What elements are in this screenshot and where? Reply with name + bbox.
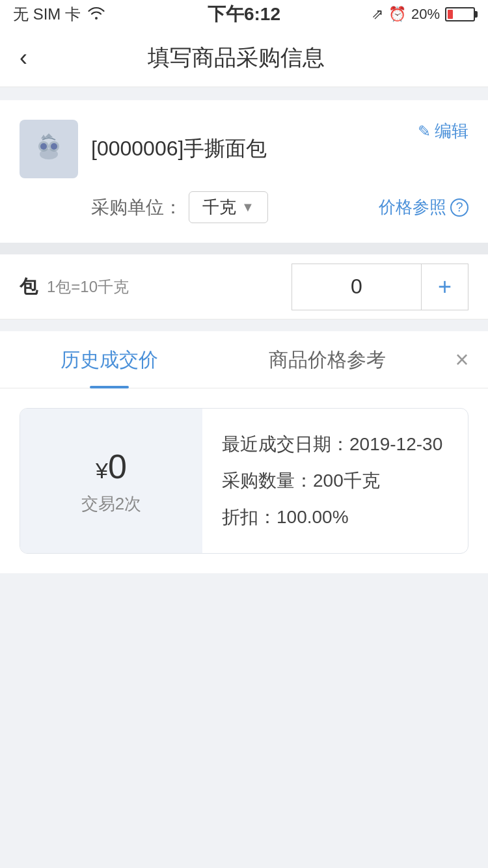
discount-label: 折扣： xyxy=(222,507,277,527)
back-button[interactable]: ‹ xyxy=(20,44,40,72)
back-icon: ‹ xyxy=(20,44,27,71)
price-reference-button[interactable]: 价格参照 ? xyxy=(379,196,468,219)
page-title: 填写商品采购信息 xyxy=(40,43,432,73)
tabs-panel: 历史成交价 商品价格参考 × ¥0 交易2次 最近成交日期：2019-12-30… xyxy=(0,331,488,573)
nav-bar: ‹ 填写商品采购信息 xyxy=(0,29,488,87)
svg-point-4 xyxy=(40,149,58,159)
status-time: 下午6:12 xyxy=(208,2,280,27)
unit-value: 千克 xyxy=(202,196,236,219)
carrier-text: 无 SIM 卡 xyxy=(13,4,81,25)
unit-label: 采购单位： xyxy=(91,195,182,220)
tabs-close-button[interactable]: × xyxy=(436,331,488,388)
edit-icon: ✎ xyxy=(418,122,431,141)
history-details-section: 最近成交日期：2019-12-30 采购数量：200千克 折扣：100.00% xyxy=(202,409,468,553)
close-icon: × xyxy=(455,331,468,388)
dropdown-arrow-icon: ▼ xyxy=(241,200,254,215)
quantity-input-group: + xyxy=(291,264,468,310)
quantity-unit-icon: 包 xyxy=(20,275,38,299)
quantity-unit-sub: 1包=10千克 xyxy=(47,277,129,297)
quantity-unit-info: 包 1包=10千克 xyxy=(20,275,129,299)
tab-price-reference[interactable]: 商品价格参考 xyxy=(218,331,436,388)
qty-label: 采购数量： xyxy=(222,470,313,491)
location-icon: ⇗ xyxy=(372,6,383,23)
product-card: [0000006]手撕面包 ✎ 编辑 采购单位： 千克 ▼ 价格参照 ? xyxy=(0,100,488,243)
alarm-icon: ⏰ xyxy=(388,6,406,23)
quantity-input[interactable] xyxy=(291,264,422,310)
unit-select-dropdown[interactable]: 千克 ▼ xyxy=(189,191,268,223)
svg-point-2 xyxy=(40,143,47,150)
tab-history-price[interactable]: 历史成交价 xyxy=(0,331,218,388)
history-date-row: 最近成交日期：2019-12-30 xyxy=(222,431,448,458)
tab-history-label: 历史成交价 xyxy=(61,349,158,370)
quantity-row: 包 1包=10千克 + xyxy=(0,254,488,319)
status-bar: 无 SIM 卡 下午6:12 ⇗ ⏰ 20% xyxy=(0,0,488,29)
product-name: [0000006]手撕面包 xyxy=(91,135,267,163)
tabs-bar: 历史成交价 商品价格参考 × xyxy=(0,331,488,388)
product-thumbnail xyxy=(20,120,78,178)
history-discount-row: 折扣：100.00% xyxy=(222,504,448,531)
history-card: ¥0 交易2次 最近成交日期：2019-12-30 采购数量：200千克 折扣：… xyxy=(20,408,468,554)
history-price-section: ¥0 交易2次 xyxy=(20,409,202,553)
date-value: 2019-12-30 xyxy=(349,434,442,454)
quantity-plus-button[interactable]: + xyxy=(422,264,468,310)
status-left: 无 SIM 卡 xyxy=(13,4,105,25)
battery-pct: 20% xyxy=(411,6,440,23)
section-divider xyxy=(0,243,488,254)
main-background xyxy=(0,573,488,868)
svg-point-3 xyxy=(51,143,57,150)
history-content: ¥0 交易2次 最近成交日期：2019-12-30 采购数量：200千克 折扣：… xyxy=(0,388,488,573)
qty-value: 200千克 xyxy=(313,470,380,491)
edit-button[interactable]: ✎ 编辑 xyxy=(418,120,468,142)
history-price-display: ¥0 xyxy=(96,447,127,486)
discount-value: 100.00% xyxy=(277,507,349,527)
edit-label: 编辑 xyxy=(435,120,468,142)
status-right: ⇗ ⏰ 20% xyxy=(372,6,475,23)
product-header: [0000006]手撕面包 ✎ 编辑 xyxy=(20,120,468,178)
wifi-icon xyxy=(87,5,105,23)
product-info: [0000006]手撕面包 xyxy=(20,120,267,178)
plus-icon: + xyxy=(438,273,452,301)
currency-symbol: ¥ xyxy=(96,458,108,483)
price-ref-label: 价格参照 xyxy=(379,196,446,219)
price-value: 0 xyxy=(108,448,127,485)
battery-indicator xyxy=(445,7,475,21)
svg-marker-6 xyxy=(41,135,46,139)
date-label: 最近成交日期： xyxy=(222,434,349,454)
svg-marker-5 xyxy=(45,133,53,137)
tab-price-ref-label: 商品价格参考 xyxy=(269,349,386,370)
help-icon: ? xyxy=(450,198,468,217)
history-qty-row: 采购数量：200千克 xyxy=(222,467,448,495)
product-unit-row: 采购单位： 千克 ▼ 价格参照 ? xyxy=(20,191,468,223)
history-trades-count: 交易2次 xyxy=(81,493,141,515)
